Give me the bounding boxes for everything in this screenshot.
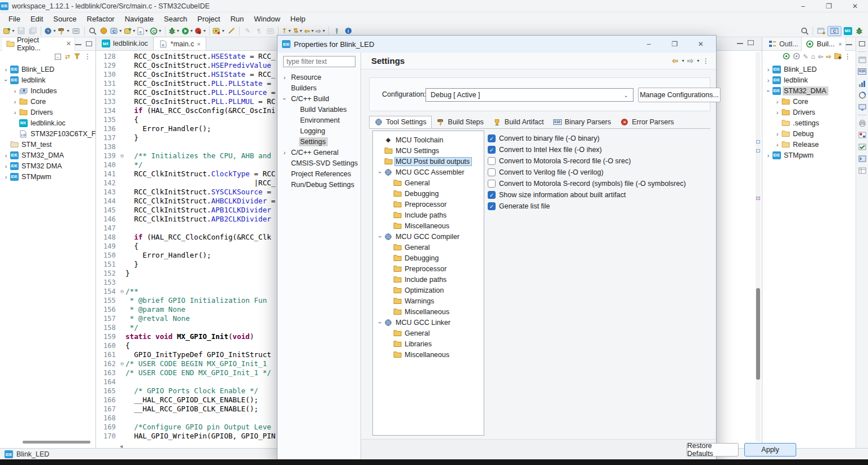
debug-icon[interactable]: ▼ [168,26,180,36]
minimized-console-icon[interactable] [858,55,867,64]
back-history-icon[interactable]: ⇦ [672,57,678,65]
tree-item[interactable]: LDSTM32F103C6TX_FLAS [0,128,96,139]
debug-perspective-icon[interactable] [854,26,864,36]
tree-item[interactable]: ›MCU GCC Compiler [373,231,484,242]
chevron-down-icon[interactable]: › [765,87,772,94]
tree-item[interactable]: ›MCU GCC Linker [373,317,484,328]
save-all-icon[interactable] [28,26,38,36]
profile-icon[interactable]: ▼ [194,26,206,36]
apply-button[interactable]: Apply [744,443,796,457]
open-perspective-icon[interactable] [816,26,826,36]
chevron-right-icon[interactable]: › [774,98,781,105]
tree-item[interactable]: MXledblink.ioc [0,118,96,128]
chevron-right-icon[interactable]: › [11,88,19,94]
info-icon[interactable]: i [343,26,353,36]
checkbox[interactable]: ✓ [488,146,496,154]
minimized-terminal-icon[interactable] [858,154,867,163]
tree-item[interactable]: ›IDESTMpwm [762,150,856,160]
maximize-editor-icon[interactable] [748,40,754,45]
checkbox[interactable]: ✓ [488,191,496,199]
editor-tab-mainc[interactable]: c*main.c× [153,37,206,50]
cubemx-perspective-icon[interactable]: MX [843,26,853,36]
minimize-view-icon[interactable] [846,41,852,45]
tree-item[interactable]: ◆MCU Toolchain [373,134,484,145]
run-icon[interactable]: ▼ [181,26,194,36]
chevron-right-icon[interactable]: › [2,173,10,180]
back-icon[interactable]: ⇦▼ [304,26,314,36]
checkbox[interactable]: ✓ [488,134,496,142]
tree-item[interactable]: Settings [277,136,361,147]
tree-item[interactable]: Libraries [373,338,484,349]
back-icon[interactable]: ⇦ [818,53,823,60]
menu-refactor[interactable]: Refactor [82,15,120,23]
tree-item[interactable]: ›Drivers [762,107,856,118]
tab-error-parsers[interactable]: ✕Error Parsers [615,116,678,128]
tree-item[interactable]: General [373,177,484,188]
minimize-button[interactable]: – [790,0,816,12]
link-with-editor-icon[interactable]: ⇄ [65,53,70,60]
filter-icon[interactable] [74,53,80,60]
tree-item[interactable]: ›Core [762,96,856,107]
build-icon[interactable]: ▼ [58,26,70,36]
editor-tab-ledblinkioc[interactable]: MXledblink.ioc [96,37,153,50]
close-tab-icon[interactable]: × [197,41,201,47]
forward-history-icon[interactable]: ⇨ [687,57,693,65]
scrollbar-thumb[interactable] [756,288,760,380]
menu-source[interactable]: Source [48,15,81,23]
collapse-gray-icon[interactable] [793,53,800,61]
minimize-editor-icon[interactable] [737,40,743,44]
minimized-tasks-icon[interactable] [858,142,867,151]
mark-occurrences-icon[interactable]: ✎ [242,26,253,36]
tree-item[interactable]: Preprocessor [373,199,484,210]
menu-help[interactable]: Help [285,15,311,23]
chevron-down-icon[interactable]: › [377,168,384,176]
annotate-icon[interactable] [226,26,236,36]
tree-item[interactable]: Miscellaneous [373,349,484,360]
last-edit-location-icon[interactable]: ⇡▼ [281,26,292,36]
chevron-down-icon[interactable]: › [377,233,384,240]
new-target-icon[interactable] [834,53,841,60]
chevron-right-icon[interactable]: › [765,77,772,84]
chevron-down-icon[interactable]: › [281,95,288,102]
pin-editor-icon[interactable] [332,26,342,36]
menu-navigate[interactable]: Navigate [120,15,159,23]
cpp-perspective-icon[interactable]: C [827,26,841,36]
launch-icon[interactable] [99,26,109,36]
tree-item[interactable]: ›Includes [0,85,96,96]
view-tab-buil[interactable]: Buil...× [802,37,846,51]
chevron-right-icon[interactable]: › [765,66,772,73]
tree-item[interactable]: ›IDEBlink_LED [762,64,856,75]
collapse-green-icon[interactable] [783,53,790,61]
tree-item[interactable]: Build Variables [277,104,361,115]
tree-item[interactable]: STM_test [0,139,96,150]
tree-item[interactable]: ›IDEBlink_LED [0,64,96,75]
fold-marker-icon[interactable]: ⊖ [119,287,125,296]
tree-item[interactable]: Environment [277,115,361,125]
chevron-right-icon[interactable]: › [765,152,772,159]
generate-code-icon[interactable]: C▼ [150,26,162,36]
maximize-button[interactable]: ❐ [816,0,842,12]
view-tab-outl[interactable]: Outl... [765,37,802,51]
tree-item[interactable]: ›IDEledblink [0,75,96,85]
maximize-view-icon[interactable] [86,41,92,46]
tab-build-steps[interactable]: Build Steps [432,116,488,128]
dialog-close-button[interactable]: ✕ [688,38,714,50]
tree-item[interactable]: ›Resource [277,72,361,82]
tree-item[interactable]: ›IDEledblink [762,75,856,85]
search-marker-icon[interactable] [88,26,98,36]
tree-item[interactable]: ›Release [762,139,856,150]
manage-configurations-button[interactable]: Manage Configurations... [638,88,721,102]
new-c-file-icon[interactable]: c▼ [137,26,149,36]
tree-item[interactable]: General [373,328,484,338]
tree-item[interactable]: Debugging [373,188,484,199]
chevron-right-icon[interactable]: › [281,149,288,156]
chevron-right-icon[interactable]: › [11,109,19,116]
word-wrap-icon[interactable] [265,26,275,36]
close-button[interactable]: ✕ [842,0,868,12]
tab-tool-settings[interactable]: Tool Settings [369,116,432,128]
minimized-restore-views-icon[interactable] [858,40,867,48]
home-icon[interactable]: ⌂ [811,53,815,60]
menu-edit[interactable]: Edit [25,15,48,23]
tree-item[interactable]: Warnings [373,295,484,306]
chevron-right-icon[interactable]: › [2,152,10,159]
